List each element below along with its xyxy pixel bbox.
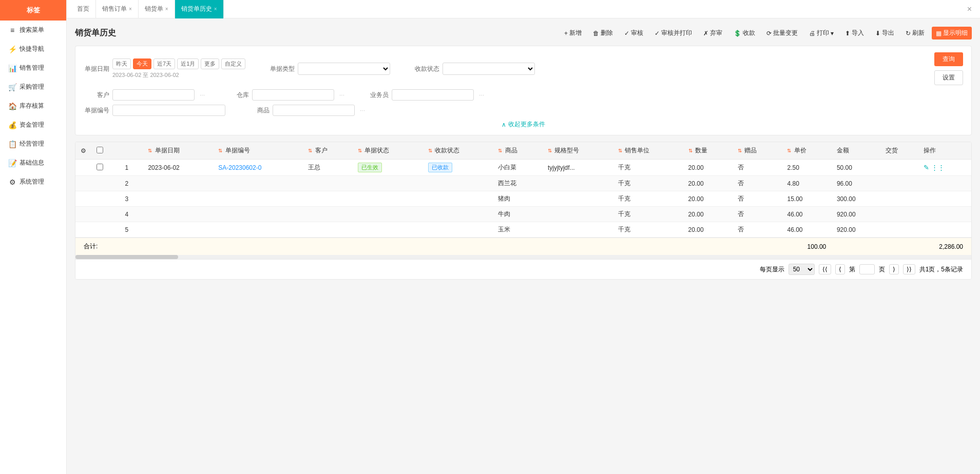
date-controls: 昨天 今天 近7天 近1月 更多 自定义 2023-06-02 至 2023-0… [112,58,245,79]
page-size-select[interactable]: 50 100 [789,264,815,275]
show-detail-label: 显示明细 [943,29,968,37]
tab-home[interactable]: 首页 [71,0,96,18]
new-button[interactable]: + 新增 [560,27,586,40]
col-trade[interactable]: 交货 [880,142,918,160]
print-button[interactable]: 🖨 打印 ▾ [805,27,838,40]
next-page-button[interactable]: ⟩ [889,264,899,274]
collapse-button[interactable]: ∧ 收起更多条件 [84,120,963,129]
td-rowno: 3 [120,191,143,207]
td-checkbox[interactable] [91,191,120,207]
prev-page-button[interactable]: ⟨ [835,264,845,274]
td-doc-no[interactable]: SA-20230602-0 [213,160,303,176]
col-customer[interactable]: ⇅ 客户 [303,142,352,160]
td-pay-status [423,222,493,238]
collect-button[interactable]: 💲 收款 [729,27,759,40]
col-checkbox[interactable] [91,142,120,160]
tab-close-all-button[interactable]: × [963,5,976,14]
td-gift: 否 [733,222,782,238]
tab-home-label: 首页 [77,5,89,13]
date-btn-1month[interactable]: 近1月 [177,58,199,69]
sidebar-item-search-menu[interactable]: ≡ 搜索菜单 [0,21,66,40]
tab-sales-order-close[interactable]: × [129,6,132,12]
scroll-thumb[interactable] [75,255,178,259]
collect-status-label: 收款状态 [414,65,439,73]
delete-button[interactable]: 🗑 删除 [589,27,617,40]
tab-sales-order[interactable]: 销售订单 × [96,0,139,18]
td-doc-no[interactable] [213,222,303,238]
sidebar-item-basic-info[interactable]: 📝 基础信息 [0,153,66,172]
td-checkbox[interactable] [91,176,120,191]
batch-change-button[interactable]: ⟳ 批量变更 [762,27,802,40]
col-gear[interactable]: ⚙ [75,142,91,160]
doc-no-input[interactable] [112,105,225,116]
sidebar-item-finance[interactable]: 💰 资金管理 [0,115,66,134]
tab-sales-goods-close[interactable]: × [165,6,168,12]
collect-status-select[interactable] [443,63,535,75]
td-checkbox[interactable] [91,207,120,222]
sidebar-item-sales-mgmt[interactable]: 📊 销售管理 [0,58,66,77]
tab-sales-history[interactable]: 销货单历史 × [175,0,224,18]
date-btn-custom[interactable]: 自定义 [221,58,245,69]
filter-customer: 客户 ··· [84,89,205,101]
col-doc-date[interactable]: ⇅ 单据日期 [143,142,213,160]
filter-row-2: 客户 ··· 仓库 ··· 业务员 ··· [84,89,963,101]
horizontal-scrollbar[interactable] [75,255,971,259]
td-doc-status [353,176,423,191]
sidebar-item-purchase-mgmt[interactable]: 🛒 采购管理 [0,77,66,96]
pagination-bar: 每页显示 50 100 ⟨⟨ ⟨ 第 1 页 ⟩ ⟩⟩ 共1页，5条记录 [75,259,971,279]
setting-button[interactable]: 设置 [934,70,963,85]
date-btn-yesterday[interactable]: 昨天 [112,58,131,69]
salesperson-input[interactable] [392,89,474,101]
date-btn-today[interactable]: 今天 [133,58,151,69]
col-pay-status[interactable]: ⇅ 收款状态 [423,142,493,160]
row-checkbox[interactable] [97,164,103,170]
warehouse-picker-icon[interactable]: ··· [339,91,344,98]
sidebar-item-sys-mgmt[interactable]: ⚙ 系统管理 [0,172,66,191]
abandon-button[interactable]: ✗ 弃审 [699,27,726,40]
col-qty[interactable]: ⇅ 数量 [683,142,733,160]
col-unit[interactable]: ⇅ 销售单位 [613,142,683,160]
col-spec[interactable]: ⇅ 规格型号 [543,142,613,160]
doc-type-select[interactable] [298,63,390,75]
page-number-input[interactable]: 1 [859,264,875,274]
goods-picker-icon[interactable]: ··· [360,107,365,114]
first-page-button[interactable]: ⟨⟨ [819,264,831,274]
salesperson-picker-icon[interactable]: ··· [479,91,484,98]
audit-button[interactable]: ✓ 审核 [620,27,647,40]
col-gift[interactable]: ⇅ 赠品 [733,142,782,160]
customer-picker-icon[interactable]: ··· [200,91,205,98]
last-page-button[interactable]: ⟩⟩ [903,264,915,274]
export-button[interactable]: ⬇ 导出 [871,27,898,40]
sidebar-item-ops-mgmt[interactable]: 📋 经营管理 [0,134,66,153]
goods-input[interactable] [273,105,355,116]
td-doc-no[interactable] [213,176,303,191]
tab-sales-goods[interactable]: 销货单 × [139,0,175,18]
customer-input[interactable] [112,89,195,101]
import-button[interactable]: ⬆ 导入 [841,27,868,40]
col-price[interactable]: ⇅ 单价 [782,142,831,160]
td-doc-no[interactable] [213,207,303,222]
show-detail-button[interactable]: ▦ 显示明细 [932,27,972,40]
sidebar-item-quick-nav[interactable]: ⚡ 快捷导航 [0,40,66,58]
more-op-button[interactable]: ⋮⋮ [931,164,945,171]
td-checkbox[interactable] [91,222,120,238]
col-amount[interactable]: 金额 [832,142,880,160]
col-doc-no[interactable]: ⇅ 单据编号 [213,142,303,160]
td-amount: 920.00 [832,207,880,222]
date-btn-more[interactable]: 更多 [201,58,219,69]
tab-sales-history-close[interactable]: × [214,6,217,12]
col-goods[interactable]: ⇅ 商品 [493,142,542,160]
edit-op-button[interactable]: ✎ [924,164,929,171]
audit-print-button[interactable]: ✓ 审核并打印 [650,27,696,40]
col-op: 操作 [918,142,971,160]
warehouse-input[interactable] [252,89,334,101]
sidebar-item-inventory[interactable]: 🏠 库存核算 [0,96,66,115]
td-doc-no[interactable] [213,191,303,207]
col-doc-status[interactable]: ⇅ 单据状态 [353,142,423,160]
refresh-button[interactable]: ↻ 刷新 [901,27,929,40]
date-btn-7days[interactable]: 近7天 [153,58,175,69]
query-button[interactable]: 查询 [934,52,963,66]
td-checkbox[interactable] [91,160,120,176]
select-all-checkbox[interactable] [97,147,103,153]
td-goods: 猪肉 [493,191,542,207]
